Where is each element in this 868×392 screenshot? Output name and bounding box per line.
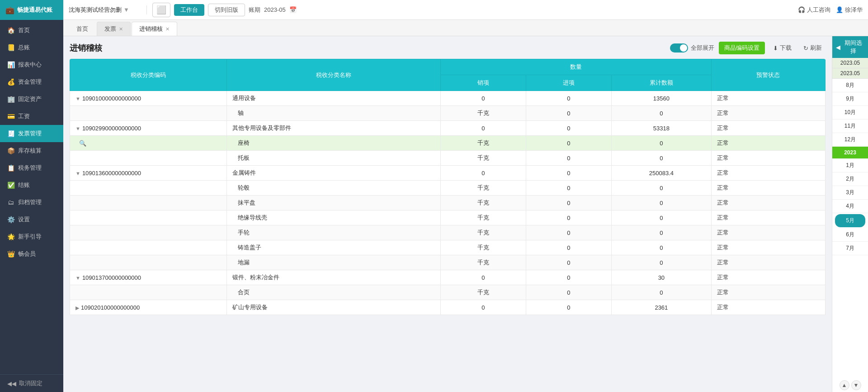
tabbar: 首页 发票 ✕ 进销稽核 ✕	[63, 20, 868, 36]
cell-name: 其他专用设备及零部件	[226, 121, 440, 136]
sidebar-label-salary: 工资	[18, 112, 30, 120]
period-title: 期间选择	[842, 39, 864, 55]
sidebar-item-archive[interactable]: 🗂 归档管理	[0, 194, 63, 211]
table-row: ▼109029900000000000 其他专用设备及零部件 0 0 53318…	[70, 121, 826, 136]
download-button[interactable]: ⬇ 下载	[769, 42, 795, 54]
period-item-5[interactable]: 5月	[835, 214, 865, 227]
headset-icon: 🎧	[798, 6, 805, 13]
expand-icon[interactable]: ▼	[75, 275, 80, 281]
period-item-9[interactable]: 9月	[832, 92, 868, 106]
cell-unit: 千克	[440, 285, 526, 300]
expand-icon[interactable]: ▼	[75, 171, 80, 176]
sidebar-label-reports: 报表中心	[18, 61, 42, 69]
company-selector[interactable]: 沈海英测试经营勿删 ▼	[69, 6, 141, 14]
tab-reconcile-close[interactable]: ✕	[165, 26, 170, 32]
table-row: ▶109020100000000000 矿山专用设备 0 0 2361 正常	[70, 300, 826, 315]
cell-code: ▼109013700000000000	[70, 270, 227, 285]
period-item-8[interactable]: 8月	[832, 79, 868, 92]
pin-icon: ◀◀	[7, 380, 16, 387]
period-item-6[interactable]: 6月	[832, 228, 868, 242]
th-tax-name: 税收分类名称	[226, 59, 440, 91]
tab-invoice[interactable]: 发票 ✕	[97, 22, 131, 36]
cell-name: 绝缘导线壳	[226, 210, 440, 225]
workbench-button[interactable]: 工作台	[174, 4, 204, 16]
support-link[interactable]: 🎧 人工咨询	[798, 6, 830, 14]
sidebar-item-settle[interactable]: ✅ 结账	[0, 177, 63, 194]
th-purchase: 进项	[526, 75, 611, 91]
cell-name: 座椅	[226, 136, 440, 151]
sidebar-item-reports[interactable]: 📊 报表中心	[0, 56, 63, 73]
period-year-2023-second: 2023.05	[832, 68, 868, 79]
cell-code	[70, 255, 227, 270]
cell-name: 轴	[226, 106, 440, 121]
period-item-3[interactable]: 3月	[832, 186, 868, 200]
sidebar-item-guide[interactable]: 🌟 新手引导	[0, 228, 63, 245]
cell-sales: 0	[526, 210, 611, 225]
topbar: 沈海英测试经营勿删 ▼ ⬜ 工作台 切到旧版 账期 2023-05 📅 🎧 人工…	[63, 0, 868, 20]
sidebar-item-invoice[interactable]: 🧾 发票管理	[0, 125, 63, 142]
calendar-icon[interactable]: 📅	[289, 6, 297, 13]
cell-status: 正常	[711, 136, 825, 151]
cell-code	[70, 285, 227, 300]
period-item-11[interactable]: 11月	[832, 120, 868, 133]
switch-old-button[interactable]: 切到旧版	[208, 4, 245, 16]
sidebar-label-tax: 税务管理	[18, 164, 42, 172]
sidebar-unpin-button[interactable]: ◀◀ 取消固定	[0, 374, 63, 392]
cell-sales: 0	[440, 166, 526, 181]
expand-all-toggle[interactable]: 全部展开	[670, 43, 714, 53]
period-item-7[interactable]: 7月	[832, 242, 868, 255]
period-display: 账期 2023-05 📅	[249, 6, 297, 14]
cell-name: 合页	[226, 285, 440, 300]
expand-icon[interactable]: ▼	[75, 96, 80, 101]
tab-invoice-close[interactable]: ✕	[119, 26, 123, 32]
sidebar-item-member[interactable]: 👑 畅会员	[0, 245, 63, 263]
cell-sales: 0	[526, 255, 611, 270]
search-icon[interactable]: 🔍	[79, 140, 86, 147]
sidebar-item-assets[interactable]: 🏢 固定资产	[0, 91, 63, 108]
content-main: 进销稽核 全部展开 商品编码设置 ⬇ 下载 ↻ 刷新	[63, 36, 832, 392]
cell-status: 正常	[711, 225, 825, 240]
sidebar-label-guide: 新手引导	[18, 233, 42, 241]
period-item-2[interactable]: 2月	[832, 172, 868, 186]
tab-home-label: 首页	[76, 25, 88, 33]
period-header[interactable]: ◀ 期间选择	[832, 36, 868, 58]
save-draft-button[interactable]: ⬜	[152, 3, 170, 17]
product-code-label: 商品编码设置	[724, 44, 760, 51]
sidebar-item-inventory[interactable]: 📦 库存核算	[0, 142, 63, 159]
sidebar-nav: 🏠 首页 📒 总账 📊 报表中心 💰 资金管理 🏢 固定资产 💳 工资 🧾 发票…	[0, 20, 63, 374]
product-code-button[interactable]: 商品编码设置	[719, 42, 765, 54]
guide-icon: 🌟	[7, 233, 14, 240]
sidebar-item-ledger[interactable]: 📒 总账	[0, 39, 63, 56]
period-nav-down[interactable]: ▼	[851, 380, 861, 390]
table-row: 地漏 千克 0 0 正常	[70, 255, 826, 270]
cell-purchase: 0	[612, 136, 712, 151]
refresh-icon: ↻	[803, 45, 808, 52]
cell-name: 锻件、粉末冶金件	[226, 270, 440, 285]
inventory-icon: 📦	[7, 147, 14, 154]
refresh-button[interactable]: ↻ 刷新	[800, 42, 826, 54]
sidebar-item-home[interactable]: 🏠 首页	[0, 22, 63, 39]
main-area: 沈海英测试经营勿删 ▼ ⬜ 工作台 切到旧版 账期 2023-05 📅 🎧 人工…	[63, 0, 868, 392]
sidebar-item-salary[interactable]: 💳 工资	[0, 108, 63, 125]
cell-total: 53318	[612, 121, 712, 136]
sidebar-item-tax[interactable]: 📋 税务管理	[0, 159, 63, 177]
cell-purchase: 0	[612, 225, 712, 240]
period-item-4[interactable]: 4月	[832, 200, 868, 213]
salary-icon: 💳	[7, 113, 14, 120]
expand-icon[interactable]: ▶	[75, 305, 79, 311]
period-item-10[interactable]: 10月	[832, 106, 868, 120]
period-item-12[interactable]: 12月	[832, 133, 868, 147]
expand-toggle-switch[interactable]	[670, 43, 688, 53]
sidebar-item-settings[interactable]: ⚙️ 设置	[0, 211, 63, 228]
period-nav-up[interactable]: ▲	[840, 380, 849, 390]
cell-sales: 0	[526, 225, 611, 240]
sidebar-item-funds[interactable]: 💰 资金管理	[0, 73, 63, 91]
table-row: 轮毂 千克 0 0 正常	[70, 181, 826, 196]
tab-home[interactable]: 首页	[69, 22, 96, 36]
period-item-1[interactable]: 1月	[832, 159, 868, 172]
user-menu[interactable]: 👤 徐泽华	[836, 6, 863, 14]
expand-icon[interactable]: ▼	[75, 126, 80, 131]
main-table: 税收分类编码 税收分类名称 数量 预警状态 销项 进项 累计数额	[70, 59, 826, 315]
tab-reconcile[interactable]: 进销稽核 ✕	[132, 22, 177, 36]
sidebar-label-funds: 资金管理	[18, 78, 42, 86]
